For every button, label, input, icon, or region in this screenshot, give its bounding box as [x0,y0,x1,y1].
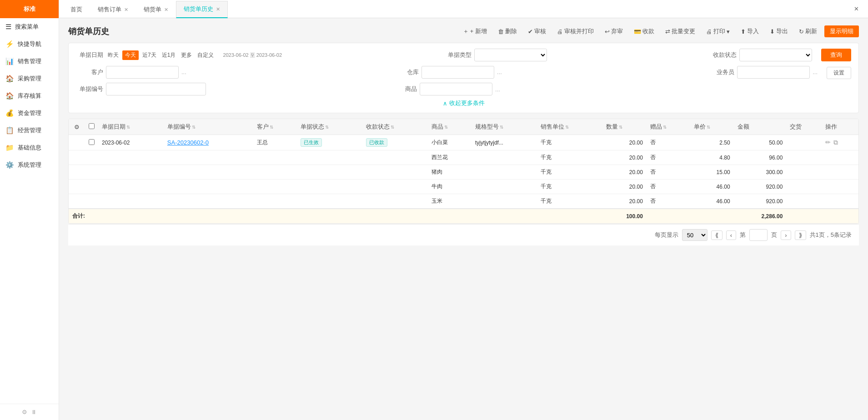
customer-dots[interactable]: ... [181,69,186,75]
edit-icon[interactable]: ✏ [825,139,831,146]
row-delivery [786,135,821,150]
filter-docno: 单据编号 [76,83,206,95]
tab-sales-order[interactable]: 销售订单 ✕ [90,1,136,18]
tab-sales-bill[interactable]: 销货单 ✕ [136,1,176,18]
page-number-input[interactable]: 1 [749,229,768,241]
sidebar-item-business[interactable]: 📋 经营管理 [0,122,59,139]
row-delivery [786,180,821,194]
date-btn-7days[interactable]: 近7天 [140,50,158,60]
query-button[interactable]: 查询 [821,49,851,61]
sort-gift-icon: ⇅ [663,125,667,130]
delete-button[interactable]: 🗑 删除 [494,25,521,37]
tab-sales-bill-close[interactable]: ✕ [164,7,168,13]
th-spec[interactable]: 规格型号 ⇅ [472,119,537,135]
first-page-button[interactable]: ⟪ [711,230,722,240]
sort-pay-status-icon: ⇅ [391,125,394,130]
row-spec [472,180,537,194]
warehouse-label: 仓库 [391,68,419,76]
import-button[interactable]: ⬆ 导入 [737,25,763,37]
th-pay-status[interactable]: 收款状态 ⇅ [362,119,428,135]
row-gear [69,194,85,209]
pay-status-select[interactable] [739,49,812,61]
next-page-button[interactable]: › [781,230,791,240]
collapse-button[interactable]: ∧ 收起更多条件 [76,99,851,107]
sidebar-collapse-icon[interactable]: ⏸ [31,409,37,415]
import-icon: ⬆ [741,28,746,35]
select-all-checkbox[interactable] [89,123,95,129]
row-check [85,180,98,194]
th-checkbox[interactable] [85,119,98,135]
th-gift[interactable]: 赠品 ⇅ [647,119,690,135]
th-no[interactable]: 单据编号 ⇅ [164,119,253,135]
copy-icon[interactable]: ⧉ [833,139,838,146]
doc-type-select[interactable] [474,49,547,61]
prev-page-button[interactable]: ‹ [726,230,736,240]
th-date[interactable]: 单据日期 ⇅ [98,119,164,135]
th-price[interactable]: 单价 ⇅ [690,119,734,135]
th-unit[interactable]: 销售单位 ⇅ [537,119,602,135]
sidebar-item-system[interactable]: ⚙️ 系统管理 [0,156,59,174]
tab-history-close[interactable]: ✕ [216,6,220,12]
sidebar-item-finance[interactable]: 💰 资金管理 [0,105,59,122]
th-delivery[interactable]: 交货 [786,119,821,135]
sort-goods-icon: ⇅ [444,125,448,130]
audit-button[interactable]: ✔ 审核 [524,25,550,37]
docno-input[interactable] [106,83,206,95]
abandon-button[interactable]: ↩ 弃审 [601,25,627,37]
date-btn-today[interactable]: 今天 [122,50,139,60]
date-btn-1month[interactable]: 近1月 [160,50,178,60]
sidebar-item-search[interactable]: ☰ 搜索菜单 [0,18,59,35]
page-size-select[interactable]: 50 100 200 [682,229,707,241]
customer-label: 客户 [76,68,103,76]
sidebar-item-basic[interactable]: 📁 基础信息 [0,139,59,156]
th-settings[interactable]: ⚙ [69,119,85,135]
date-btn-custom[interactable]: 自定义 [196,50,216,60]
refresh-button[interactable]: ↻ 刷新 [795,25,821,37]
sidebar-item-label: 库存核算 [18,92,41,100]
row-unit: 千克 [537,150,602,165]
tab-history[interactable]: 销货单历史 ✕ [176,1,228,18]
tab-sales-order-close[interactable]: ✕ [124,7,128,13]
tab-home[interactable]: 首页 [63,1,90,18]
sidebar-settings-icon[interactable]: ⚙ [22,409,27,415]
pay-status-badge: 已收款 [366,138,387,147]
window-close-button[interactable]: ✕ [848,5,864,12]
th-qty[interactable]: 数量 ⇅ [602,119,647,135]
sidebar-item-quicknav[interactable]: ⚡ 快捷导航 [0,35,59,53]
row-checkbox[interactable] [89,139,95,145]
date-btn-more[interactable]: 更多 [179,50,194,60]
last-page-button[interactable]: ⟫ [795,230,806,240]
th-amount[interactable]: 金额 [734,119,787,135]
staff-dots[interactable]: ... [813,69,818,75]
print-audit-button[interactable]: 🖨 审核并打印 [553,25,597,37]
sidebar-item-purchase[interactable]: 🏠 采购管理 [0,70,59,87]
goods-dots[interactable]: ... [495,86,500,93]
customer-input[interactable] [106,66,179,79]
export-button[interactable]: ⬇ 导出 [766,25,792,37]
sidebar-item-inventory[interactable]: 🏠 库存核算 [0,87,59,105]
sort-date-icon: ⇅ [126,125,130,130]
row-qty: 20.00 [602,165,647,180]
tab-sales-bill-label: 销货单 [144,5,161,14]
print-button[interactable]: 🖨 打印 ▾ [702,25,733,37]
receive-button[interactable]: 💳 收款 [630,25,658,37]
date-btn-yesterday[interactable]: 昨天 [106,50,120,60]
th-doc-status[interactable]: 单据状态 ⇅ [297,119,362,135]
warehouse-input[interactable] [421,66,494,79]
goods-input[interactable] [420,83,492,95]
th-customer[interactable]: 客户 ⇅ [253,119,297,135]
doc-no-link[interactable]: SA-20230602-0 [167,139,209,146]
th-goods[interactable]: 商品 ⇅ [428,119,472,135]
table-row: 2023-06-02 SA-20230602-0 王总 已生效 已收款 小白菜 … [69,135,858,150]
warehouse-dots[interactable]: ... [497,69,502,75]
table-row: 牛肉 千克 20.00 否 46.00 920.00 [69,180,858,194]
sidebar-item-label: 采购管理 [18,75,41,83]
batch-change-button[interactable]: ⇄ 批量变更 [662,25,699,37]
set-button[interactable]: 设置 [827,67,851,79]
sidebar-item-sales[interactable]: 📊 销售管理 [0,53,59,70]
export-label: 导出 [776,27,788,35]
filter-customer: 客户 ... [76,66,186,79]
show-detail-button[interactable]: 显示明细 [824,25,859,37]
staff-input[interactable] [737,66,810,79]
new-button[interactable]: ＋ + 新增 [459,25,491,37]
